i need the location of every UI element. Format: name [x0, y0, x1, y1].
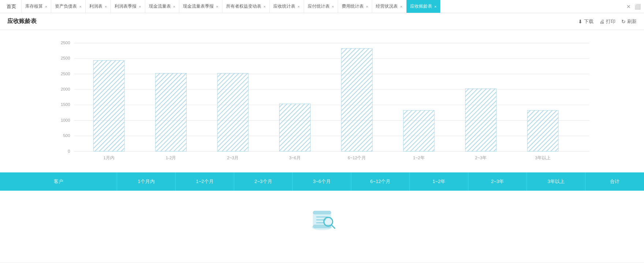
col-1-2years: 1~2年 [410, 172, 468, 191]
page-header: 应收账龄表 ⬇ 下载 🖨 打印 ↻ 刷新 [0, 13, 644, 30]
bar-1-2年 [403, 110, 434, 151]
tab-profit-quarterly[interactable]: 利润表季报 × [111, 0, 145, 13]
window-controls: ✕ ⬜ [626, 4, 643, 9]
tab-receivable-stats[interactable]: 应收统计表 × [270, 0, 304, 13]
tab-equity[interactable]: 所有者权益变动表 × [222, 0, 270, 13]
svg-text:3年以上: 3年以上 [535, 155, 550, 160]
tab-close-icon[interactable]: × [79, 4, 81, 9]
bar-2-3年 [465, 89, 497, 152]
tab-close-icon[interactable]: × [139, 4, 141, 9]
bar-1月内 [93, 61, 124, 152]
download-icon: ⬇ [578, 19, 583, 24]
bar-2-3月 [217, 73, 248, 151]
bar-3-6月 [280, 104, 311, 151]
tab-close-icon[interactable]: × [105, 4, 107, 9]
maximize-window-button[interactable]: ⬜ [634, 4, 640, 9]
tab-operations[interactable]: 经营状况表 × [372, 0, 406, 13]
refresh-button[interactable]: ↻ 刷新 [621, 18, 637, 25]
tab-close-icon[interactable]: × [263, 4, 266, 9]
svg-text:0: 0 [68, 149, 70, 153]
download-button[interactable]: ⬇ 下载 [578, 18, 594, 25]
print-icon: 🖨 [599, 19, 604, 24]
tab-home[interactable]: 首页 [1, 0, 22, 13]
svg-text:2500: 2500 [61, 56, 70, 60]
svg-text:2500: 2500 [61, 40, 70, 45]
svg-text:500: 500 [63, 133, 70, 138]
tab-close-icon[interactable]: × [434, 4, 437, 9]
chart-svg: 2500 2500 2500 2000 1500 1000 500 0 [11, 37, 633, 169]
svg-text:1500: 1500 [61, 102, 70, 107]
svg-text:2~3月: 2~3月 [227, 155, 239, 160]
empty-illustration [306, 202, 338, 235]
tab-balance-sheet[interactable]: 资产负债表 × [51, 0, 85, 13]
bar-1-2月 [156, 73, 187, 151]
empty-state [0, 191, 644, 256]
col-2-3months: 2~3个月 [234, 172, 293, 191]
col-3-6months: 3~6个月 [293, 172, 351, 191]
chart-container: 2500 2500 2500 2000 1500 1000 500 0 [0, 30, 644, 172]
bar-3年以上 [527, 110, 558, 151]
close-window-button[interactable]: ✕ [626, 4, 632, 9]
svg-text:1000: 1000 [61, 118, 70, 122]
table-header: 客户 1个月内 1~2个月 2~3个月 3~6个月 6~12个月 1~2年 2~… [0, 172, 644, 191]
col-total: 合计 [585, 172, 644, 191]
tab-close-icon[interactable]: × [332, 4, 334, 9]
tab-close-icon[interactable]: × [366, 4, 368, 9]
col-3plus-years: 3年以上 [527, 172, 585, 191]
tab-close-icon[interactable]: × [45, 4, 47, 9]
svg-text:3~6月: 3~6月 [289, 155, 301, 160]
tab-close-icon[interactable]: × [173, 4, 175, 9]
home-tab-label: 首页 [7, 3, 16, 10]
tab-cashflow-quarterly[interactable]: 现金流量表季报 × [179, 0, 222, 13]
header-actions: ⬇ 下载 🖨 打印 ↻ 刷新 [578, 18, 637, 25]
tab-aging[interactable]: 应收账龄表 × [407, 0, 441, 13]
print-button[interactable]: 🖨 打印 [599, 18, 615, 25]
tab-payable-stats[interactable]: 应付统计表 × [304, 0, 338, 13]
tab-bar: 首页 库存核算 × 资产负债表 × 利润表 × 利润表季报 × 现金流量表 × … [0, 0, 644, 13]
svg-text:1月内: 1月内 [103, 155, 114, 160]
svg-text:2500: 2500 [61, 71, 70, 76]
tab-profit[interactable]: 利润表 × [86, 0, 111, 13]
col-1-2months: 1~2个月 [176, 172, 234, 191]
col-1month: 1个月内 [117, 172, 176, 191]
page-title: 应收账龄表 [7, 18, 37, 25]
svg-text:2000: 2000 [61, 87, 70, 91]
svg-text:2~3年: 2~3年 [475, 155, 487, 160]
col-6-12months: 6~12个月 [351, 172, 410, 191]
col-customer: 客户 [0, 172, 117, 191]
tab-cashflow[interactable]: 现金流量表 × [145, 0, 179, 13]
svg-point-34 [325, 219, 331, 225]
tab-close-icon[interactable]: × [297, 4, 300, 9]
svg-text:1-2月: 1-2月 [166, 155, 176, 160]
tab-inventory[interactable]: 库存核算 × [22, 0, 51, 13]
refresh-icon: ↻ [621, 19, 626, 24]
tab-expense-stats[interactable]: 费用统计表 × [338, 0, 372, 13]
bar-6-12月 [341, 49, 372, 152]
svg-text:1~2年: 1~2年 [413, 155, 425, 160]
svg-text:6~12个月: 6~12个月 [348, 155, 366, 160]
tab-close-icon[interactable]: × [216, 4, 218, 9]
tab-close-icon[interactable]: × [400, 4, 402, 9]
main-content: 2500 2500 2500 2000 1500 1000 500 0 [0, 30, 644, 262]
col-2-3years: 2~3年 [468, 172, 527, 191]
svg-rect-27 [313, 211, 331, 214]
